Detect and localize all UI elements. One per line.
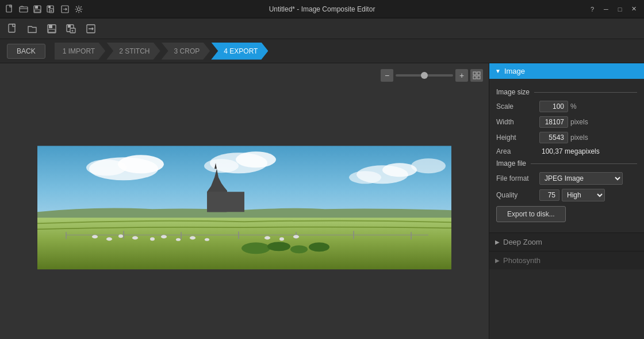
file-format-label: File format — [496, 174, 539, 182]
settings-icon[interactable] — [74, 4, 84, 14]
photosynth-title: Photosynth — [503, 256, 540, 265]
quality-value[interactable]: 75 — [539, 189, 559, 201]
help-btn[interactable]: ? — [586, 3, 598, 15]
area-row: Area 100,37 megapixels — [496, 147, 637, 155]
svg-point-34 — [411, 158, 446, 173]
open-icon[interactable] — [18, 4, 29, 14]
svg-point-53 — [205, 238, 209, 241]
image-size-divider: Image size — [496, 88, 637, 96]
zoom-in-btn[interactable]: + — [455, 69, 468, 82]
svg-point-60 — [309, 242, 329, 252]
svg-rect-23 — [477, 76, 480, 79]
image-file-divider: Image file — [496, 159, 637, 167]
maximize-btn[interactable]: □ — [614, 3, 626, 15]
new-icon[interactable] — [5, 4, 15, 14]
height-value[interactable]: 5543 — [539, 132, 568, 143]
svg-rect-15 — [48, 29, 55, 32]
svg-rect-12 — [13, 24, 15, 26]
svg-point-47 — [118, 234, 123, 238]
step-2-label: 2 STITCH — [119, 47, 150, 55]
height-label: Height — [496, 134, 539, 142]
svg-rect-22 — [473, 76, 476, 79]
minimize-btn[interactable]: ─ — [600, 3, 612, 15]
titlebar-left-icons — [5, 4, 84, 14]
canvas-area[interactable]: − + — [0, 63, 489, 339]
zoom-controls: − + — [381, 69, 483, 82]
photosynth-header[interactable]: ▶ Photosynth — [489, 252, 644, 269]
step-1-label: 1 IMPORT — [63, 47, 95, 55]
height-row: Height 5543 pixels — [496, 132, 637, 143]
svg-point-48 — [132, 236, 138, 239]
saveas-icon[interactable] — [46, 4, 56, 14]
scale-label: Scale — [496, 102, 539, 111]
toolbar-new-btn[interactable] — [5, 21, 21, 37]
image-container — [37, 146, 451, 269]
width-value[interactable]: 18107 — [539, 116, 568, 128]
titlebar: Untitled* - Image Composite Editor ? ─ □… — [0, 0, 644, 18]
svg-rect-20 — [473, 72, 476, 75]
step-crop[interactable]: 3 CROP — [162, 43, 210, 60]
image-section-title: Image — [504, 67, 525, 75]
export-to-disk-btn[interactable]: Export to disk... — [496, 206, 566, 222]
svg-point-57 — [241, 242, 270, 254]
photosynth-section: ▶ Photosynth — [489, 251, 644, 269]
svg-rect-21 — [477, 72, 480, 75]
svg-point-54 — [264, 236, 270, 239]
window-title: Untitled* - Image Composite Editor — [269, 5, 375, 13]
height-unit: pixels — [570, 134, 588, 142]
quality-label: Quality — [496, 191, 539, 199]
file-format-row: File format JPEG Image PNG Image TIFF Im… — [496, 172, 637, 185]
svg-rect-7 — [48, 6, 51, 8]
zoom-fit-btn[interactable] — [470, 69, 483, 82]
step-3-label: 3 CROP — [174, 47, 200, 55]
image-section-header[interactable]: ▼ Image — [489, 63, 644, 79]
step-export[interactable]: 4 EXPORT — [211, 43, 268, 60]
svg-point-56 — [293, 235, 299, 238]
svg-point-51 — [176, 238, 181, 241]
toolbar-save-btn[interactable] — [44, 21, 60, 37]
width-unit: pixels — [570, 118, 588, 126]
toolbar-open-btn[interactable] — [24, 21, 40, 37]
area-value: 100,37 megapixels — [542, 147, 600, 155]
svg-rect-2 — [20, 7, 28, 12]
deep-zoom-title: Deep Zoom — [503, 238, 542, 246]
svg-point-30 — [204, 159, 239, 173]
quality-select[interactable]: Low Medium High Very High — [562, 189, 605, 201]
image-section-content: Image size Scale 100 % Width 18107 pixel… — [489, 79, 644, 230]
deep-zoom-section: ▶ Deep Zoom — [489, 233, 644, 251]
right-panel: ▼ Image Image size Scale 100 % Width 181… — [489, 63, 644, 339]
scale-value[interactable]: 100 — [539, 101, 568, 112]
export-icon[interactable] — [60, 4, 70, 14]
step-stitch[interactable]: 2 STITCH — [106, 43, 160, 60]
svg-point-58 — [267, 242, 290, 251]
svg-point-27 — [86, 159, 126, 176]
zoom-slider[interactable] — [396, 74, 453, 77]
deep-zoom-chevron-icon: ▶ — [495, 239, 500, 245]
photosynth-chevron-icon: ▶ — [495, 257, 500, 264]
svg-point-45 — [92, 235, 98, 238]
workflow-steps: 1 IMPORT 2 STITCH 3 CROP 4 EXPOR — [55, 43, 270, 60]
image-chevron-icon: ▼ — [495, 68, 501, 74]
width-label: Width — [496, 118, 539, 126]
svg-rect-1 — [10, 5, 12, 7]
image-section: ▼ Image Image size Scale 100 % Width 181… — [489, 63, 644, 230]
save-icon[interactable] — [32, 4, 43, 14]
toolbar-export-btn[interactable] — [83, 21, 99, 37]
deep-zoom-header[interactable]: ▶ Deep Zoom — [489, 233, 644, 251]
main-content: − + — [0, 63, 644, 339]
svg-rect-14 — [49, 25, 52, 28]
svg-point-49 — [150, 237, 155, 241]
image-file-label: Image file — [496, 159, 526, 167]
svg-point-46 — [106, 237, 112, 241]
svg-point-55 — [279, 237, 284, 241]
file-format-select[interactable]: JPEG Image PNG Image TIFF Image — [539, 172, 623, 185]
scale-unit: % — [570, 102, 577, 111]
back-button[interactable]: BACK — [7, 44, 45, 59]
svg-point-52 — [190, 236, 195, 239]
close-btn[interactable]: ✕ — [628, 3, 639, 15]
zoom-out-btn[interactable]: − — [381, 69, 393, 82]
toolbar-saveas-btn[interactable] — [63, 21, 79, 37]
svg-point-33 — [349, 171, 381, 184]
image-size-label: Image size — [496, 88, 530, 96]
step-import[interactable]: 1 IMPORT — [55, 43, 105, 60]
